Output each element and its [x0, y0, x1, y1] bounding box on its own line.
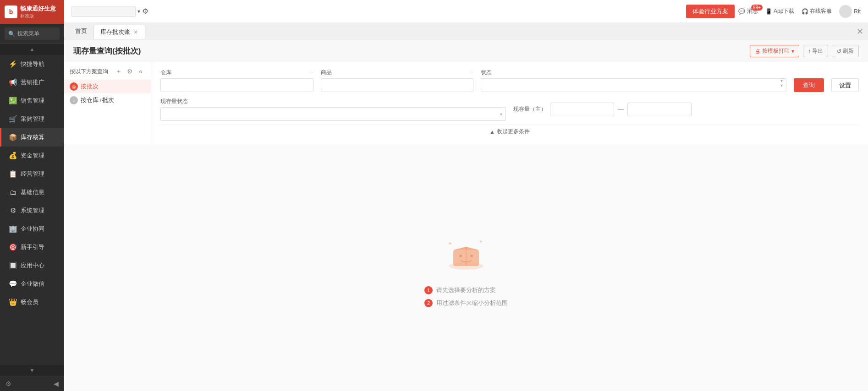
tab-close-button[interactable]: × — [133, 29, 138, 35]
topbar-dropdown-button[interactable]: ▾ — [137, 8, 140, 15]
refresh-button[interactable]: ↺ 刷新 — [832, 45, 859, 57]
collapse-panel-button[interactable]: « — [136, 67, 145, 76]
app-download-button[interactable]: 📱 App下载 — [765, 7, 794, 15]
sidebar-item-label: 系统管理 — [21, 206, 44, 215]
topbar-search-area: ▾ ⚙ — [71, 6, 682, 17]
app-logo: b — [5, 5, 17, 18]
svg-text:✦: ✦ — [475, 249, 478, 253]
shortcuts-icon: ⚡ — [9, 60, 17, 68]
sidebar-item-newbie[interactable]: 🎯 新手引导 — [0, 238, 64, 256]
sidebar-scroll-down[interactable]: ▼ — [0, 365, 64, 376]
sidebar-item-purchase[interactable]: 🛒 采购管理 — [0, 110, 64, 128]
sidebar-item-label: 畅会员 — [21, 298, 38, 306]
messages-badge: 99+ — [751, 5, 763, 11]
empty-state: ✦ ✦ ✦ 1 请先选择要分析的方案 2 用过滤条件来缩小分析范围 — [64, 145, 868, 391]
export-label: 导出 — [812, 47, 823, 55]
status-field: 状态 正常 停用 — [481, 69, 786, 92]
search-menu-button[interactable]: 🔍 搜索菜单 — [5, 27, 60, 40]
sidebar-item-operations[interactable]: 📋 经营管理 — [0, 165, 64, 183]
export-button[interactable]: ↑ 导出 — [803, 45, 828, 57]
stock-qty-max-input[interactable] — [627, 103, 692, 116]
tabbar: 首页 库存批次账 × ✕ — [64, 23, 868, 40]
sidebar-item-members[interactable]: 👑 畅会员 — [0, 293, 64, 311]
scheme-label: 按批次 — [81, 82, 99, 91]
refresh-label: 刷新 — [843, 47, 854, 55]
tab-label: 库存批次账 — [100, 28, 130, 36]
brand-sub: 标准版 — [20, 13, 56, 19]
sidebar: b 畅康通好生意 标准版 🔍 搜索菜单 ▲ ⚡ 快捷导航 📢 营销推广 💹 销售… — [0, 0, 64, 391]
sidebar-item-basic[interactable]: 🗂 基础信息 — [0, 183, 64, 201]
topbar: ▾ ⚙ 体验行业方案 💬 消息 99+ 📱 App下载 🎧 在线客服 Rit — [64, 0, 868, 23]
user-menu[interactable]: Rit — [839, 5, 861, 18]
sidebar-item-apps[interactable]: 🔲 应用中心 — [0, 256, 64, 275]
finance-icon: 💰 — [9, 152, 17, 160]
step-num-1: 1 — [424, 286, 433, 294]
product-input[interactable] — [321, 78, 474, 92]
warehouse-input[interactable] — [160, 78, 313, 92]
gear-icon: ⚙ — [142, 7, 148, 15]
sidebar-item-wechat[interactable]: 💬 企业微信 — [0, 275, 64, 293]
warehouse-label-text: 仓库 — [160, 69, 171, 76]
stock-qty-min-input[interactable] — [550, 103, 614, 116]
app-download-label: App下载 — [774, 7, 794, 15]
left-panel-actions: ＋ ⚙ « — [114, 67, 145, 76]
online-service-button[interactable]: 🎧 在线客服 — [802, 7, 832, 15]
trial-button[interactable]: 体验行业方案 — [686, 5, 735, 18]
status-select[interactable]: 正常 停用 — [481, 78, 786, 92]
sidebar-item-shortcuts[interactable]: ⚡ 快捷导航 — [0, 55, 64, 73]
tab-home[interactable]: 首页 — [69, 24, 93, 39]
filter-area: 按以下方案查询 ＋ ⚙ « ◎ 按批次 ○ 按仓库+批次 — [64, 62, 868, 145]
topbar-settings-button[interactable]: ⚙ — [142, 7, 148, 16]
sidebar-footer: ⚙ ◀ — [0, 376, 64, 391]
scheme-item-warehouse-batch[interactable]: ○ 按仓库+批次 — [64, 93, 151, 107]
sidebar-item-finance[interactable]: 💰 资金管理 — [0, 147, 64, 165]
content-area: 现存量查询(按批次) 🖨 按模板打印 ▾ ↑ 导出 ↺ 刷新 — [64, 40, 868, 391]
scheme-settings-button[interactable]: ⚙ — [125, 67, 134, 76]
product-more-icon[interactable]: ··· — [469, 70, 473, 76]
tab-inventory-batch[interactable]: 库存批次账 × — [93, 25, 145, 39]
template-print-button[interactable]: 🖨 按模板打印 ▾ — [750, 45, 799, 57]
empty-step-2: 2 用过滤条件来缩小分析范围 — [424, 299, 508, 307]
headset-icon: 🎧 — [802, 8, 808, 15]
sidebar-item-label: 基础信息 — [21, 188, 44, 196]
messages-button[interactable]: 💬 消息 99+ — [738, 7, 758, 15]
sidebar-item-system[interactable]: ⚙ 系统管理 — [0, 201, 64, 220]
warehouse-more-icon[interactable]: ··· — [309, 70, 313, 76]
members-icon: 👑 — [9, 298, 17, 306]
template-print-label: 按模板打印 — [762, 47, 790, 55]
search-icon: 🔍 — [8, 31, 15, 37]
sidebar-collapse-button[interactable]: ◀ — [54, 380, 59, 387]
sidebar-item-label: 企业微信 — [21, 280, 44, 288]
product-label-text: 商品 — [321, 69, 332, 76]
scheme-item-batch[interactable]: ◎ 按批次 — [64, 80, 151, 93]
sidebar-settings-button[interactable]: ⚙ — [5, 380, 11, 387]
stock-status-select[interactable]: 有库存 无库存 全部 — [160, 107, 506, 121]
filter-row-2: 现存量状态 有库存 无库存 全部 ▾ — [160, 98, 859, 121]
add-scheme-button[interactable]: ＋ — [114, 67, 123, 76]
avatar — [839, 5, 852, 18]
enterprise-icon: 🏢 — [9, 225, 17, 233]
settings-button[interactable]: 设置 — [831, 78, 859, 92]
query-button[interactable]: 查询 — [794, 78, 824, 92]
topbar-right: 💬 消息 99+ 📱 App下载 🎧 在线客服 Rit — [738, 5, 861, 18]
left-panel: 按以下方案查询 ＋ ⚙ « ◎ 按批次 ○ 按仓库+批次 — [64, 62, 151, 145]
sidebar-item-enterprise[interactable]: 🏢 企业协同 — [0, 220, 64, 238]
operations-icon: 📋 — [9, 170, 17, 178]
sidebar-item-marketing[interactable]: 📢 营销推广 — [0, 73, 64, 92]
left-panel-header: 按以下方案查询 ＋ ⚙ « — [64, 67, 151, 80]
topbar-search-input[interactable] — [71, 6, 136, 17]
window-close-button[interactable]: ✕ — [857, 27, 863, 37]
sidebar-item-inventory[interactable]: 📦 库存核算 — [0, 128, 64, 147]
purchase-icon: 🛒 — [9, 115, 17, 123]
sidebar-item-label: 销售管理 — [21, 97, 44, 105]
collapse-filter-button[interactable]: ▲ 收起更多条件 — [160, 125, 859, 138]
svg-point-4 — [459, 255, 462, 257]
sidebar-scroll-up[interactable]: ▲ — [0, 44, 64, 55]
scheme-icon-inactive: ○ — [70, 96, 78, 104]
sidebar-item-sales[interactable]: 💹 销售管理 — [0, 92, 64, 110]
page-header: 现存量查询(按批次) 🖨 按模板打印 ▾ ↑ 导出 ↺ 刷新 — [64, 40, 868, 62]
qty-dash: — — [618, 106, 624, 113]
stock-status-label-text: 现存量状态 — [160, 98, 188, 105]
sidebar-item-label: 库存核算 — [21, 133, 44, 141]
sidebar-item-label: 营销推广 — [21, 78, 44, 87]
